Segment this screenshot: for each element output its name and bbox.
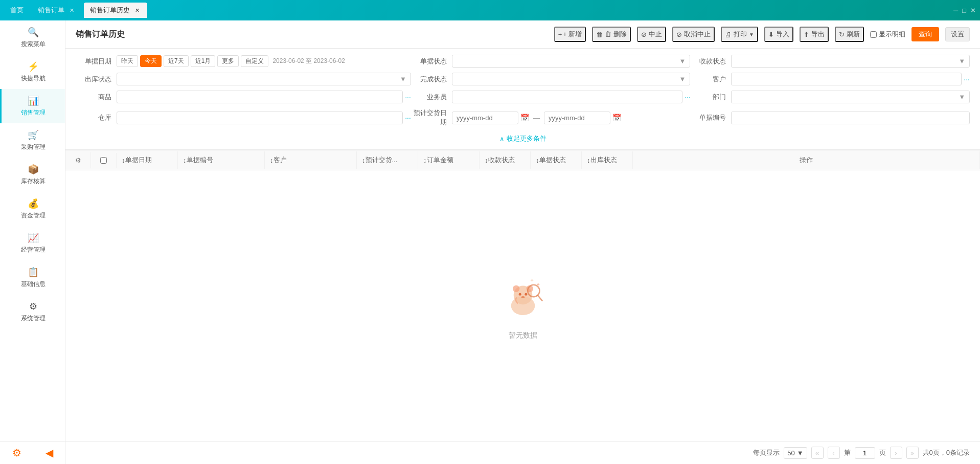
collapse-row[interactable]: ∧ 收起更多条件 (76, 132, 970, 143)
display-field-toggle[interactable]: 显示明细 (870, 30, 905, 39)
last-page-btn[interactable]: » (906, 447, 919, 459)
svg-text:✦: ✦ (529, 277, 534, 283)
salesperson-input[interactable] (452, 91, 682, 103)
export-button[interactable]: ⬆ 导出 (800, 27, 829, 42)
basic-info-icon: 📋 (28, 267, 39, 278)
stop-button[interactable]: ⊘ 中止 (637, 27, 666, 42)
date-btn-7days[interactable]: 近7天 (164, 55, 189, 67)
sidebar-item-purchase[interactable]: 🛒 采购管理 (0, 123, 65, 158)
tab-home-label: 首页 (10, 6, 24, 15)
customer-input[interactable] (731, 73, 962, 85)
query-button[interactable]: 查询 (911, 27, 939, 41)
sidebar-item-basic-info[interactable]: 📋 基础信息 (0, 260, 65, 295)
stop-icon: ⊘ (641, 31, 647, 38)
page-header: 销售订单历史 + + 新增 🗑 🗑 删除 ⊘ 中止 ⊘ 取消中止 (65, 20, 980, 49)
filter-col-customer: 客户 ··· (690, 73, 970, 85)
sidebar-item-system[interactable]: ⚙ 系统管理 (0, 295, 65, 329)
th-payment-status[interactable]: ↕ 收款状态 (480, 151, 531, 169)
warehouse-input[interactable] (117, 112, 403, 124)
svg-text:✦: ✦ (536, 281, 540, 288)
sidebar-item-search[interactable]: 🔍 搜索菜单 (0, 20, 65, 55)
sidebar-label-quick-nav: 快捷导航 (21, 74, 45, 83)
tab-sales-order-close[interactable]: ✕ (67, 6, 76, 14)
close-icon[interactable]: ✕ (970, 7, 976, 14)
tab-sales-order-history-label: 销售订单历史 (90, 6, 130, 15)
th-order-status[interactable]: ↕ 单据状态 (531, 151, 582, 169)
product-input[interactable] (117, 91, 403, 103)
th-date-label: 单据日期 (125, 156, 152, 165)
delete-button[interactable]: 🗑 🗑 删除 (592, 27, 631, 42)
select-all-checkbox[interactable] (100, 157, 107, 164)
th-checkbox[interactable] (91, 153, 117, 168)
date-btn-1month[interactable]: 近1月 (191, 55, 216, 67)
finance-icon: 💰 (28, 198, 39, 209)
display-field-checkbox[interactable] (870, 31, 877, 38)
tab-sales-order[interactable]: 销售订单 ✕ (32, 3, 82, 18)
order-no-input[interactable] (731, 112, 970, 124)
department-select[interactable]: ▼ (731, 91, 970, 103)
cancel-stop-button[interactable]: ⊘ 取消中止 (672, 27, 715, 42)
customer-dots[interactable]: ··· (964, 75, 970, 83)
sidebar-item-finance[interactable]: 💰 资金管理 (0, 192, 65, 226)
window-controls: ─ □ ✕ (953, 7, 976, 14)
order-status-label: 单据状态 (411, 57, 452, 66)
minimize-icon[interactable]: ─ (953, 7, 958, 14)
sidebar-bottom: ⚙ ◀ (0, 441, 65, 464)
delivery-date-group: 📅 — 📅 (452, 112, 621, 124)
per-page-select[interactable]: 50 ▼ (784, 447, 807, 459)
date-btn-more[interactable]: 更多 (217, 55, 239, 67)
settings-button[interactable]: 设置 (945, 27, 970, 41)
payment-status-select[interactable]: ▼ (731, 55, 970, 68)
th-date[interactable]: ↕ 单据日期 (117, 151, 178, 169)
filter-row-4: 仓库 ··· 预计交货日期 📅 — 📅 单据编号 (76, 108, 970, 127)
th-customer[interactable]: ↕ 客户 (265, 151, 357, 169)
date-btn-custom[interactable]: 自定义 (241, 55, 268, 67)
next-page-btn[interactable]: › (890, 447, 902, 459)
refresh-button[interactable]: ↻ 刷新 (835, 27, 864, 42)
order-no-label: 单据编号 (690, 113, 731, 122)
toolbar: + + 新增 🗑 🗑 删除 ⊘ 中止 ⊘ 取消中止 🖨 打印 (554, 27, 970, 42)
delivery-date-to[interactable] (544, 112, 610, 124)
sidebar-item-inventory[interactable]: 📦 库存核算 (0, 158, 65, 192)
salesperson-label: 业务员 (411, 93, 452, 102)
prev-page-btn[interactable]: ‹ (828, 447, 840, 459)
salesperson-dots[interactable]: ··· (685, 93, 691, 101)
calendar-from-icon[interactable]: 📅 (520, 114, 529, 122)
page-label-suffix: 页 (879, 448, 886, 457)
maximize-icon[interactable]: □ (962, 7, 966, 14)
filter-col-salesperson: 业务员 ··· (411, 91, 691, 103)
completion-status-select[interactable]: ▼ (452, 73, 691, 85)
th-actions: 操作 (633, 151, 980, 169)
customer-label: 客户 (690, 75, 731, 84)
tab-sales-order-history-close[interactable]: ✕ (133, 6, 141, 14)
print-button[interactable]: 🖨 打印 ▼ (721, 27, 758, 42)
order-status-select[interactable]: ▼ (452, 55, 691, 68)
sidebar-item-quick-nav[interactable]: ⚡ 快捷导航 (0, 55, 65, 89)
th-delivery-status[interactable]: ↕ 出库状态 (582, 151, 633, 169)
import-button[interactable]: ⬇ 导入 (764, 27, 793, 42)
sidebar-settings-icon[interactable]: ⚙ (12, 447, 21, 459)
th-delivery-date[interactable]: ↕ 预计交货... (357, 151, 418, 169)
tab-sales-order-history[interactable]: 销售订单历史 ✕ (84, 3, 147, 18)
date-btn-today[interactable]: 今天 (140, 55, 162, 67)
th-order-no[interactable]: ↕ 单据编号 (178, 151, 265, 169)
filter-col-date: 单据日期 昨天 今天 近7天 近1月 更多 自定义 2023-06-02 至 2… (76, 55, 411, 67)
date-filter-value: 昨天 今天 近7天 近1月 更多 自定义 2023-06-02 至 2023-0… (117, 55, 411, 67)
per-page-value: 50 (787, 449, 794, 457)
product-dots[interactable]: ··· (405, 93, 411, 101)
sidebar-collapse-icon[interactable]: ◀ (45, 447, 53, 459)
new-button[interactable]: + + 新增 (554, 27, 586, 42)
calendar-to-icon[interactable]: 📅 (612, 114, 621, 122)
warehouse-dots[interactable]: ··· (405, 114, 411, 122)
th-settings[interactable]: ⚙ (65, 152, 91, 168)
page-number-input[interactable] (855, 447, 875, 459)
sidebar-item-sales[interactable]: 📊 销售管理 (0, 89, 65, 123)
th-amount[interactable]: ↕ 订单金额 (418, 151, 480, 169)
date-btn-yesterday[interactable]: 昨天 (117, 55, 138, 67)
first-page-btn[interactable]: « (811, 447, 824, 459)
sidebar: 🔍 搜索菜单 ⚡ 快捷导航 📊 销售管理 🛒 采购管理 📦 库存核算 💰 资金管… (0, 20, 65, 464)
delivery-status-select[interactable]: ▼ (117, 73, 411, 85)
delivery-date-from[interactable] (452, 112, 518, 124)
sidebar-item-operations[interactable]: 📈 经营管理 (0, 226, 65, 260)
tab-home[interactable]: 首页 (4, 3, 30, 18)
